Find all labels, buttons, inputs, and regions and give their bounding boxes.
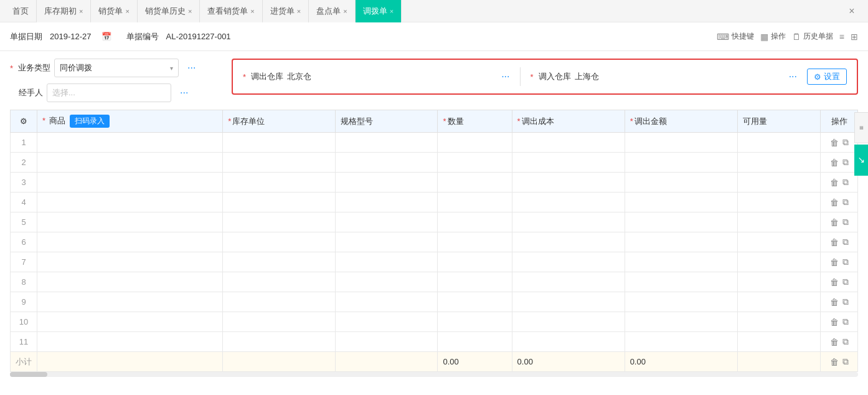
delete-icon[interactable]: 🗑 bbox=[830, 317, 839, 327]
quantity-cell[interactable] bbox=[438, 193, 512, 212]
subtotal-copy-icon[interactable]: ⧉ bbox=[842, 356, 849, 367]
window-close-button[interactable]: × bbox=[841, 0, 863, 22]
product-cell[interactable] bbox=[37, 232, 223, 252]
tab-sales-order-close[interactable]: × bbox=[125, 7, 129, 15]
delete-icon[interactable]: 🗑 bbox=[830, 257, 839, 267]
handler-more[interactable]: ··· bbox=[180, 87, 188, 98]
quantity-cell[interactable] bbox=[438, 212, 512, 232]
cost-cell[interactable] bbox=[512, 292, 625, 312]
product-cell[interactable] bbox=[37, 312, 223, 332]
product-cell[interactable] bbox=[37, 332, 223, 352]
spec-cell[interactable] bbox=[336, 332, 438, 352]
spec-cell[interactable] bbox=[336, 232, 438, 252]
unit-cell[interactable] bbox=[223, 153, 336, 173]
cost-cell[interactable] bbox=[512, 193, 625, 212]
unit-cell[interactable] bbox=[223, 173, 336, 193]
unit-cell[interactable] bbox=[223, 252, 336, 272]
tab-transfer-order[interactable]: 调拨单 × bbox=[356, 0, 402, 22]
amount-cell[interactable] bbox=[625, 193, 737, 212]
unit-cell[interactable] bbox=[223, 332, 336, 352]
shortcut-button[interactable]: ⌨ 快捷键 bbox=[717, 31, 754, 42]
spec-cell[interactable] bbox=[336, 153, 438, 173]
quantity-cell[interactable] bbox=[438, 312, 512, 332]
quantity-cell[interactable] bbox=[438, 292, 512, 312]
delete-icon[interactable]: 🗑 bbox=[830, 337, 839, 347]
product-cell[interactable] bbox=[37, 193, 223, 212]
copy-icon[interactable]: ⧉ bbox=[842, 157, 849, 168]
grid-view-button[interactable]: ⊞ bbox=[851, 32, 858, 42]
tab-view-sales-close[interactable]: × bbox=[250, 7, 254, 15]
delete-icon[interactable]: 🗑 bbox=[830, 158, 839, 168]
available-cell[interactable] bbox=[737, 173, 820, 193]
quantity-cell[interactable] bbox=[438, 232, 512, 252]
product-cell[interactable] bbox=[37, 292, 223, 312]
available-cell[interactable] bbox=[737, 292, 820, 312]
col-gear[interactable]: ⚙ bbox=[11, 110, 37, 133]
product-cell[interactable] bbox=[37, 272, 223, 292]
spec-cell[interactable] bbox=[336, 252, 438, 272]
side-export-button[interactable]: ↗ bbox=[854, 145, 868, 176]
amount-cell[interactable] bbox=[625, 173, 737, 193]
unit-cell[interactable] bbox=[223, 312, 336, 332]
cost-cell[interactable] bbox=[512, 252, 625, 272]
copy-icon[interactable]: ⧉ bbox=[842, 177, 849, 188]
history-button[interactable]: 🗒 历史单据 bbox=[792, 31, 833, 42]
product-cell[interactable] bbox=[37, 212, 223, 232]
tab-purchase-order[interactable]: 进货单 × bbox=[263, 0, 309, 22]
copy-icon[interactable]: ⧉ bbox=[842, 197, 849, 207]
tab-sales-history-close[interactable]: × bbox=[188, 7, 192, 15]
quantity-cell[interactable] bbox=[438, 332, 512, 352]
amount-cell[interactable] bbox=[625, 272, 737, 292]
copy-icon[interactable]: ⧉ bbox=[842, 316, 849, 327]
transfer-in-value[interactable]: 上海仓 bbox=[575, 71, 599, 82]
calendar-icon[interactable]: 📅 bbox=[101, 32, 111, 41]
tab-inventory-check[interactable]: 盘点单 × bbox=[309, 0, 355, 22]
scan-button[interactable]: 扫码录入 bbox=[70, 115, 110, 128]
list-view-button[interactable]: ≡ bbox=[839, 32, 844, 42]
spec-cell[interactable] bbox=[336, 272, 438, 292]
date-value[interactable]: 2019-12-27 bbox=[50, 32, 92, 41]
cost-cell[interactable] bbox=[512, 173, 625, 193]
tab-view-sales[interactable]: 查看销货单 × bbox=[200, 0, 262, 22]
handler-input[interactable]: 选择... bbox=[47, 83, 171, 102]
available-cell[interactable] bbox=[737, 232, 820, 252]
spec-cell[interactable] bbox=[336, 173, 438, 193]
quantity-cell[interactable] bbox=[438, 272, 512, 292]
tab-sales-order[interactable]: 销货单 × bbox=[91, 0, 137, 22]
unit-cell[interactable] bbox=[223, 272, 336, 292]
delete-icon[interactable]: 🗑 bbox=[830, 217, 839, 227]
tab-purchase-order-close[interactable]: × bbox=[297, 7, 301, 15]
available-cell[interactable] bbox=[737, 133, 820, 153]
amount-cell[interactable] bbox=[625, 332, 737, 352]
amount-cell[interactable] bbox=[625, 133, 737, 153]
spec-cell[interactable] bbox=[336, 212, 438, 232]
tab-transfer-order-close[interactable]: × bbox=[390, 7, 394, 15]
product-cell[interactable] bbox=[37, 153, 223, 173]
available-cell[interactable] bbox=[737, 153, 820, 173]
cost-cell[interactable] bbox=[512, 232, 625, 252]
cost-cell[interactable] bbox=[512, 312, 625, 332]
amount-cell[interactable] bbox=[625, 212, 737, 232]
amount-cell[interactable] bbox=[625, 252, 737, 272]
copy-icon[interactable]: ⧉ bbox=[842, 336, 849, 347]
subtotal-delete-icon[interactable]: 🗑 bbox=[830, 357, 839, 367]
delete-icon[interactable]: 🗑 bbox=[830, 178, 839, 188]
delete-icon[interactable]: 🗑 bbox=[830, 138, 839, 148]
product-cell[interactable] bbox=[37, 133, 223, 153]
spec-cell[interactable] bbox=[336, 292, 438, 312]
quantity-cell[interactable] bbox=[438, 173, 512, 193]
copy-icon[interactable]: ⧉ bbox=[842, 137, 849, 148]
scrollbar-track[interactable] bbox=[10, 372, 858, 377]
delete-icon[interactable]: 🗑 bbox=[830, 277, 839, 287]
quantity-cell[interactable] bbox=[438, 133, 512, 153]
business-type-more[interactable]: ··· bbox=[187, 62, 196, 74]
copy-icon[interactable]: ⧉ bbox=[842, 277, 849, 287]
copy-icon[interactable]: ⧉ bbox=[842, 297, 849, 307]
spec-cell[interactable] bbox=[336, 133, 438, 153]
spec-cell[interactable] bbox=[336, 193, 438, 212]
unit-cell[interactable] bbox=[223, 133, 336, 153]
quantity-cell[interactable] bbox=[438, 252, 512, 272]
transfer-out-value[interactable]: 北京仓 bbox=[287, 71, 311, 82]
spec-cell[interactable] bbox=[336, 312, 438, 332]
transfer-in-more[interactable]: ··· bbox=[789, 71, 797, 82]
